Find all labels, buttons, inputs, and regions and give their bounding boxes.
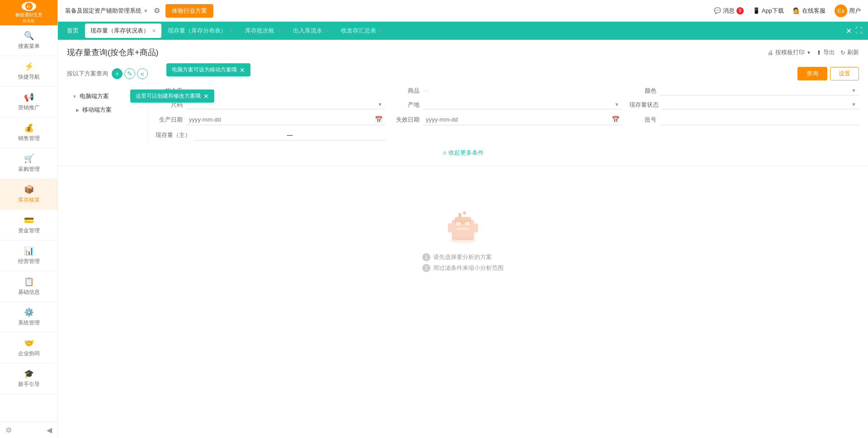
sidebar-item-basic[interactable]: 📋 基础信息	[0, 271, 57, 302]
app-download-action[interactable]: 📱 App下载	[753, 7, 784, 15]
sidebar-item-inventory[interactable]: 📦 库存核算	[0, 179, 57, 210]
produce-date-wrap: 📅	[186, 114, 385, 125]
sidebar-item-operations[interactable]: 📊 经营管理	[0, 240, 57, 271]
stock-main-range: —	[194, 130, 385, 141]
sidebar-label-newbie: 新手引导	[18, 381, 40, 388]
sidebar-item-enterprise[interactable]: 🤝 企业协同	[0, 333, 57, 363]
online-service-action[interactable]: 💁 在线客服	[793, 7, 826, 15]
batch-input[interactable]	[660, 114, 859, 125]
tab-bar: 首页 现存量（库存状况表） ✕ 现存量（库存分布表） ✕ 库存批次账 ✕ 出入库…	[58, 22, 868, 40]
filter-body: ▼ 电脑端方案 这里可以创建和修改方案哦 ✕ ▶ 移动端方案	[67, 86, 859, 145]
tab-inventory-dist-label: 现存量（库存分布表）	[168, 27, 226, 35]
tab-collect-summary[interactable]: 收发存汇总表 ✕	[335, 24, 388, 38]
produce-date-calendar-icon[interactable]: 📅	[375, 116, 382, 123]
produce-date-input[interactable]	[189, 116, 373, 123]
filter-form: 按仓库 ··· 商品 ··· 颜色 ▼	[148, 86, 859, 145]
sidebar-item-system[interactable]: ⚙️ 系统管理	[0, 302, 57, 333]
scheme-tooltip-close[interactable]: ✕	[240, 66, 245, 74]
stock-main-from[interactable]	[197, 132, 283, 138]
back-scheme-button[interactable]: «	[137, 68, 148, 79]
goods-dots[interactable]: ···	[423, 87, 429, 95]
purchase-icon: 🛒	[24, 154, 34, 164]
print-arrow-icon: ▼	[807, 50, 811, 55]
quick-icon: ⚡	[24, 61, 34, 71]
sidebar-label-inventory: 库存核算	[18, 196, 40, 204]
filter-section: 按以下方案查询 + ✎ « 电脑方案可设为移动方案哦 ✕ 查询 设置	[58, 61, 868, 166]
sidebar-item-search[interactable]: 🔍 搜索菜单	[0, 25, 57, 56]
scheme-mobile[interactable]: ▶ 移动端方案	[67, 103, 148, 117]
refresh-action[interactable]: ↻ 刷新	[840, 48, 859, 57]
sidebar-item-quick[interactable]: ⚡ 快捷导航	[0, 56, 57, 87]
sidebar-item-sales[interactable]: 💰 销售管理	[0, 118, 57, 148]
field-goods: 商品 ···	[392, 86, 622, 95]
header-settings-icon[interactable]: ⚙	[154, 6, 160, 15]
collapse-sidebar-icon[interactable]: ◀	[47, 426, 52, 434]
svg-text:好: 好	[27, 4, 30, 9]
tab-fullscreen-button[interactable]: ⛶	[855, 27, 863, 35]
user-area[interactable]: Ea 用户	[835, 5, 861, 17]
origin-select[interactable]: ▼	[423, 100, 622, 109]
newbie-icon: 🎓	[24, 369, 34, 379]
user-avatar: Ea	[835, 5, 847, 17]
empty-tips: 1 请先选择要分析的方案 2 用过滤条件来缩小分析范围	[422, 253, 504, 275]
stock-main-to[interactable]	[297, 132, 383, 138]
inventory-icon: 📦	[24, 184, 34, 194]
tab-inout-flow-label: 出入库流水	[293, 27, 322, 35]
create-tooltip-text: 这里可以创建和修改方案哦	[136, 92, 201, 100]
filter-row-2: 尺码 ▼ 产地 ▼	[156, 100, 859, 109]
sidebar-item-assets[interactable]: 💳 资金管理	[0, 210, 57, 240]
tab-batch-account-close[interactable]: ✕	[277, 28, 281, 34]
color-label: 颜色	[629, 87, 656, 95]
tab-inventory-status-close[interactable]: ✕	[152, 28, 156, 34]
header-left: 装备及固定资产辅助管理系统 ▼ ⚙ 体验行业方案	[65, 4, 213, 18]
field-stock-main: 现存量（主） —	[156, 130, 385, 141]
stock-status-select[interactable]: ▼	[662, 100, 859, 109]
goods-label: 商品	[392, 87, 420, 95]
empty-illustration	[440, 203, 486, 248]
color-select[interactable]: ▼	[660, 86, 859, 95]
page-actions: 🖨 按模板打印 ▼ ⬆ 导出 ↻ 刷新	[768, 48, 859, 57]
edit-scheme-button[interactable]: ✎	[124, 68, 135, 79]
sidebar-item-marketing[interactable]: 📢 营销推广	[0, 87, 57, 118]
field-expire-date: 失效日期 📅	[392, 114, 622, 125]
tab-home[interactable]: 首页	[61, 24, 84, 38]
expire-date-calendar-icon[interactable]: 📅	[612, 116, 619, 123]
tip-num-2: 2	[422, 264, 430, 272]
sidebar-item-purchase[interactable]: 🛒 采购管理	[0, 148, 57, 179]
tab-bar-actions: ✕ ⛶	[846, 27, 864, 35]
print-template-action[interactable]: 🖨 按模板打印 ▼	[768, 48, 811, 57]
sidebar-label-sales: 销售管理	[18, 135, 40, 142]
expire-date-input[interactable]	[426, 116, 610, 123]
reset-button[interactable]: 设置	[830, 67, 859, 80]
query-button[interactable]: 查询	[797, 67, 827, 80]
export-label: 导出	[823, 48, 835, 57]
create-tooltip-close[interactable]: ✕	[203, 93, 209, 100]
settings-bottom-icon[interactable]: ⚙	[5, 426, 12, 434]
stock-status-label: 现存量状态	[629, 101, 659, 109]
tab-collect-summary-close[interactable]: ✕	[379, 28, 383, 34]
tab-inventory-status[interactable]: 现存量（库存状况表） ✕	[85, 24, 161, 38]
size-select[interactable]: ▼	[186, 100, 385, 109]
add-scheme-button[interactable]: +	[112, 68, 123, 79]
svg-rect-8	[465, 222, 470, 225]
refresh-icon: ↻	[840, 49, 845, 56]
sidebar-item-newbie[interactable]: 🎓 新手引导	[0, 363, 57, 394]
app-label: App下载	[762, 7, 784, 15]
sales-icon: 💰	[24, 123, 34, 133]
tab-close-all-button[interactable]: ✕	[846, 27, 852, 35]
export-action[interactable]: ⬆ 导出	[816, 48, 835, 57]
experience-button[interactable]: 体验行业方案	[165, 4, 213, 18]
tab-inventory-dist[interactable]: 现存量（库存分布表） ✕	[162, 24, 239, 38]
logo-icon: 好	[22, 2, 36, 11]
tab-inout-flow[interactable]: 出入库流水 ✕	[288, 24, 335, 38]
tab-inout-flow-close[interactable]: ✕	[325, 28, 329, 34]
message-action[interactable]: 💬 消息 9	[714, 7, 744, 15]
logo-sub: 标准版	[23, 18, 35, 24]
svg-rect-7	[456, 222, 461, 225]
collapse-bar[interactable]: ∧ 收起更多条件	[67, 145, 859, 160]
tab-inventory-dist-close[interactable]: ✕	[229, 28, 233, 34]
sidebar-label-marketing: 营销推广	[18, 104, 40, 112]
tab-batch-account[interactable]: 库存批次账 ✕	[240, 24, 287, 38]
color-arrow-icon: ▼	[851, 88, 856, 93]
system-select[interactable]: 装备及固定资产辅助管理系统 ▼	[65, 7, 148, 15]
